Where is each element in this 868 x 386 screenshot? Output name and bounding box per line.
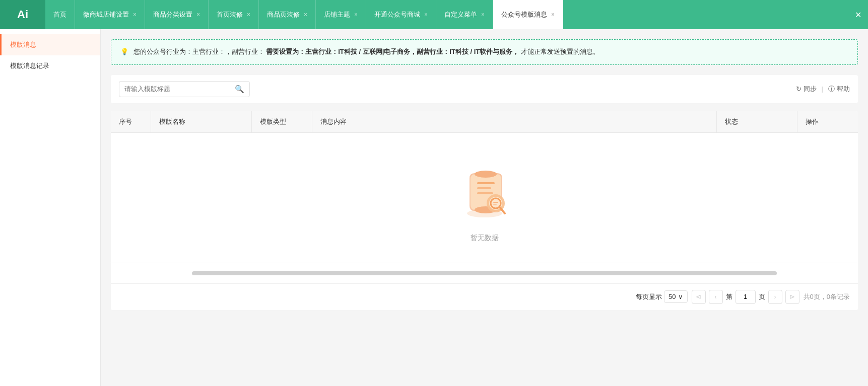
last-page-button[interactable]: ⊳	[785, 290, 799, 304]
page-prefix-label: 第	[726, 292, 732, 301]
svg-rect-3	[477, 182, 495, 184]
help-label: 帮助	[837, 85, 850, 94]
svg-point-1	[475, 171, 497, 178]
nav-tab-home[interactable]: 首页	[45, 0, 75, 29]
search-icon[interactable]: 🔍	[235, 85, 244, 94]
svg-rect-10	[493, 202, 498, 203]
tab-close-template-msg[interactable]: ×	[551, 11, 555, 18]
col-header-name: 模版名称	[151, 111, 252, 132]
col-header-type: 模版类型	[252, 111, 312, 132]
nav-tab-wechat-shop[interactable]: 开通公众号商城×	[366, 0, 436, 29]
nav-tab-homepage[interactable]: 首页装修×	[209, 0, 259, 29]
nav-tab-theme[interactable]: 店铺主题×	[316, 0, 366, 29]
tab-close-wechat-shop[interactable]: ×	[424, 11, 428, 18]
main-layout: 模版消息模版消息记录 💡 您的公众号行业为：主营行业：，副营行业： 需要设置为：…	[0, 29, 868, 386]
scrollbar-area[interactable]	[111, 263, 858, 283]
prev-page-button[interactable]: ‹	[709, 290, 723, 304]
page-size-dropdown[interactable]: 50 ∨	[664, 290, 687, 303]
page-nav: ⊲ ‹ 第 页 › ⊳	[692, 290, 799, 304]
sync-icon: ↻	[796, 85, 802, 93]
total-info: 共0页，0条记录	[804, 292, 850, 301]
tab-close-category[interactable]: ×	[196, 11, 200, 18]
notice-box: 💡 您的公众号行业为：主营行业：，副营行业： 需要设置为：主营行业：IT科技 /…	[111, 39, 858, 65]
tab-close-weshop[interactable]: ×	[133, 11, 137, 18]
help-button[interactable]: ⓘ 帮助	[828, 85, 850, 94]
page-size-select: 每页显示 50 ∨	[636, 290, 687, 303]
notice-icon: 💡	[120, 48, 128, 55]
empty-text: 暂无数据	[471, 234, 499, 243]
notice-suffix: 才能正常发送预置的消息。	[521, 48, 599, 55]
nav-tab-category[interactable]: 商品分类设置×	[145, 0, 209, 29]
tab-close-homepage[interactable]: ×	[247, 11, 250, 18]
notice-prefix: 您的公众号行业为：主营行业：，副营行业：	[133, 48, 264, 55]
sidebar-item-template[interactable]: 模版消息	[0, 34, 100, 55]
nav-tab-custom-menu[interactable]: 自定义菜单×	[436, 0, 493, 29]
svg-rect-11	[493, 204, 497, 205]
svg-rect-5	[477, 192, 493, 194]
page-number-input[interactable]	[736, 290, 756, 304]
table-header: 序号 模版名称 模版类型 消息内容 状态 操作	[111, 111, 858, 133]
dropdown-arrow-icon: ∨	[678, 293, 683, 300]
sync-button[interactable]: ↻ 同步	[796, 85, 817, 94]
next-page-button[interactable]: ›	[768, 290, 782, 304]
pagination: 每页显示 50 ∨ ⊲ ‹ 第 页 › ⊳	[111, 283, 858, 310]
app-container: Ai 首页微商城店铺设置×商品分类设置×首页装修×商品页装修×店铺主题×开通公众…	[0, 0, 868, 386]
empty-state: 暂无数据	[111, 133, 858, 263]
tab-close-theme[interactable]: ×	[354, 11, 358, 18]
nav-tab-weshop[interactable]: 微商城店铺设置×	[75, 0, 145, 29]
data-table: 序号 模版名称 模版类型 消息内容 状态 操作	[111, 111, 858, 310]
nav-tab-product-page[interactable]: 商品页装修×	[259, 0, 316, 29]
col-header-seq: 序号	[111, 111, 151, 132]
content-area: 💡 您的公众号行业为：主营行业：，副营行业： 需要设置为：主营行业：IT科技 /…	[101, 29, 868, 386]
divider: |	[822, 85, 823, 93]
sync-label: 同步	[804, 85, 817, 94]
first-page-button[interactable]: ⊲	[692, 290, 706, 304]
nav-tab-template-msg[interactable]: 公众号模版消息×	[493, 0, 563, 29]
sidebar-item-template-log[interactable]: 模版消息记录	[0, 55, 100, 76]
svg-rect-4	[477, 187, 491, 189]
toolbar-right: ↻ 同步 | ⓘ 帮助	[796, 85, 850, 94]
nav-tabs: 首页微商城店铺设置×商品分类设置×首页装修×商品页装修×店铺主题×开通公众号商城…	[45, 0, 848, 29]
sidebar: 模版消息模版消息记录	[0, 29, 101, 386]
help-circle-icon: ⓘ	[828, 85, 835, 94]
page-suffix-label: 页	[759, 292, 765, 301]
page-size-label: 每页显示	[636, 292, 662, 301]
search-input-wrap: 🔍	[119, 81, 250, 97]
notice-highlight: 需要设置为：主营行业：IT科技 / 互联网|电子商务，副营行业：IT科技 / I…	[266, 48, 519, 55]
tab-close-product-page[interactable]: ×	[304, 11, 307, 18]
page-size-value: 50	[669, 293, 676, 300]
col-header-action: 操作	[797, 111, 858, 132]
col-header-content: 消息内容	[312, 111, 717, 132]
close-all-button[interactable]: ✕	[848, 0, 868, 29]
search-bar: 🔍 ↻ 同步 | ⓘ 帮助	[111, 75, 858, 103]
empty-illustration	[454, 163, 515, 223]
horizontal-scrollbar[interactable]	[192, 271, 777, 275]
tab-close-custom-menu[interactable]: ×	[481, 11, 485, 18]
search-input[interactable]	[124, 85, 235, 93]
top-nav: Ai 首页微商城店铺设置×商品分类设置×首页装修×商品页装修×店铺主题×开通公众…	[0, 0, 868, 29]
app-logo: Ai	[0, 0, 45, 29]
col-header-status: 状态	[717, 111, 797, 132]
